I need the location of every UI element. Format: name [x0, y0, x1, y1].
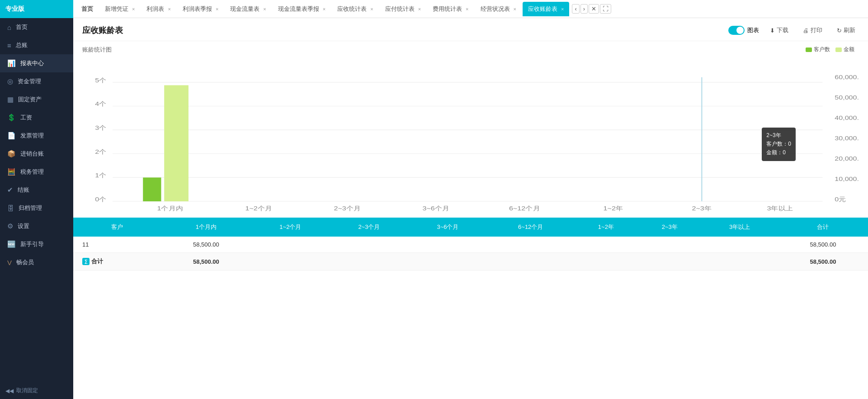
- print-button[interactable]: 🖨 打印: [799, 24, 826, 36]
- chart-toggle[interactable]: 图表: [728, 26, 759, 35]
- sidebar-item-archive[interactable]: 🗄 归档管理: [0, 199, 73, 217]
- sidebar-item-salary[interactable]: 💲 工资: [0, 109, 73, 127]
- close-cashflow[interactable]: ×: [263, 6, 266, 12]
- sidebar-item-sales[interactable]: 📦 进销台账: [0, 145, 73, 163]
- close-profit[interactable]: ×: [168, 6, 170, 12]
- svg-text:20,000.00元: 20,000.00元: [835, 155, 859, 162]
- td-m1: 58,500.00: [161, 237, 251, 253]
- legend-customers: 客户数: [806, 46, 830, 53]
- svg-text:3年以上: 3年以上: [767, 205, 793, 211]
- salary-icon: 💲: [7, 114, 16, 122]
- home-icon: ⌂: [7, 24, 11, 31]
- sidebar-item-member[interactable]: V 畅会员: [0, 253, 73, 271]
- tab-profit-quarterly-label: 利润表季报: [183, 5, 212, 13]
- chart-area: 账龄统计图 客户数 金额 0个 1个 2个 3个 4个: [73, 41, 868, 218]
- sidebar-label-member: 畅会员: [16, 258, 34, 266]
- close-ar-stats[interactable]: ×: [370, 6, 373, 12]
- sidebar-item-guide[interactable]: 🆕 新手引导: [0, 235, 73, 253]
- sidebar-label-ledger: 总账: [16, 41, 28, 49]
- tab-expense-stats[interactable]: 费用统计表 ×: [427, 2, 474, 16]
- sidebar-label-checkout: 结账: [18, 186, 29, 194]
- sidebar-item-checkout[interactable]: ✔ 结账: [0, 181, 73, 199]
- page-actions: 图表 ⬇ 下载 🖨 打印 ↻ 刷新: [728, 24, 859, 36]
- sidebar-item-invoice[interactable]: 📄 发票管理: [0, 127, 73, 145]
- chart-svg: 0个 1个 2个 3个 4个 5个 0元 10,000.00元 20,000.0…: [82, 57, 859, 211]
- page-ar-aging: 应收账龄表 图表 ⬇ 下载 🖨 打印 ↻ 刷新: [73, 18, 868, 399]
- sidebar-label-home: 首页: [16, 23, 28, 31]
- svg-text:50,000.00元: 50,000.00元: [835, 95, 859, 101]
- tab-profit-quarterly[interactable]: 利润表季报 ×: [177, 2, 224, 16]
- svg-text:1个月内: 1个月内: [157, 205, 184, 211]
- close-business-status[interactable]: ×: [514, 6, 516, 12]
- sidebar-item-settings[interactable]: ⚙ 设置: [0, 217, 73, 235]
- svg-text:1~2个月: 1~2个月: [245, 205, 273, 211]
- sidebar-item-assets[interactable]: ▦ 固定资产: [0, 90, 73, 109]
- td-total-m36: [408, 253, 487, 271]
- tab-cashflow-quarterly[interactable]: 现金流量表季报 ×: [273, 2, 331, 16]
- close-ar-aging[interactable]: ×: [561, 6, 564, 12]
- legend-amount-label: 金额: [844, 46, 854, 53]
- close-cashflow-quarterly[interactable]: ×: [323, 6, 326, 12]
- svg-text:10,000.00元: 10,000.00元: [835, 176, 859, 182]
- sidebar-pin-toggle[interactable]: ◀◀ 取消固定: [0, 382, 73, 399]
- sidebar-label-sales: 进销台账: [20, 150, 44, 158]
- td-y12: [574, 237, 638, 253]
- funds-icon: ◎: [7, 77, 13, 86]
- archive-icon: 🗄: [7, 204, 14, 212]
- svg-text:3个: 3个: [95, 124, 106, 131]
- th-y23: 2~3年: [638, 218, 702, 237]
- tab-ar-aging[interactable]: 应收账龄表 ×: [523, 2, 569, 16]
- td-total-m1: 58,500.00: [161, 253, 251, 271]
- sidebar-label-reports: 报表中心: [20, 59, 44, 67]
- sidebar-item-home[interactable]: ⌂ 首页: [0, 18, 73, 36]
- settings-icon: ⚙: [7, 222, 13, 230]
- svg-text:6~12个月: 6~12个月: [509, 205, 540, 211]
- tab-business-status[interactable]: 经营状况表 ×: [475, 2, 522, 16]
- th-m12: 1~2个月: [251, 218, 330, 237]
- tab-cashflow[interactable]: 现金流量表 ×: [225, 2, 271, 16]
- th-m36: 3~6个月: [408, 218, 487, 237]
- sidebar-item-tax[interactable]: 🧮 税务管理: [0, 163, 73, 181]
- tab-profit[interactable]: 利润表 ×: [141, 2, 176, 16]
- close-expense-stats[interactable]: ×: [466, 6, 468, 12]
- svg-text:1~2年: 1~2年: [604, 205, 623, 211]
- page-title: 应收账龄表: [82, 25, 728, 36]
- refresh-icon: ↻: [837, 27, 842, 34]
- close-profit-quarterly[interactable]: ×: [216, 6, 218, 12]
- download-button[interactable]: ⬇ 下载: [766, 24, 792, 36]
- tab-prev-button[interactable]: ‹: [572, 4, 579, 14]
- svg-text:2个: 2个: [95, 148, 106, 155]
- th-y12: 1~2年: [574, 218, 638, 237]
- tab-ar-stats[interactable]: 应收统计表 ×: [332, 2, 378, 16]
- td-y23: [638, 237, 702, 253]
- tab-expand-button[interactable]: ⛶: [600, 4, 611, 14]
- toggle-thumb: [736, 27, 744, 34]
- svg-text:2~3个月: 2~3个月: [334, 205, 361, 211]
- tabbar: 首页 新增凭证 × 利润表 × 利润表季报 × 现金流量表 × 现金流量表季报 …: [73, 0, 868, 18]
- tab-home-label: 首页: [81, 5, 93, 13]
- td-total-y3plus: [702, 253, 778, 271]
- total-label-text: 合计: [91, 257, 103, 266]
- tab-close-all-button[interactable]: ✕: [589, 4, 599, 14]
- toggle-track[interactable]: [728, 26, 745, 35]
- sidebar-item-funds[interactable]: ◎ 资金管理: [0, 72, 73, 90]
- close-ap-stats[interactable]: ×: [418, 6, 421, 12]
- sidebar-item-reports[interactable]: 📊 报表中心: [0, 54, 73, 72]
- invoice-icon: 📄: [7, 132, 16, 140]
- legend-customers-box: [806, 48, 812, 52]
- tab-ap-stats[interactable]: 应付统计表 ×: [380, 2, 426, 16]
- svg-text:1个: 1个: [95, 172, 106, 179]
- download-icon: ⬇: [770, 27, 775, 34]
- close-new-voucher[interactable]: ×: [132, 6, 135, 12]
- th-total: 合计: [778, 218, 868, 237]
- svg-text:40,000.00元: 40,000.00元: [835, 115, 859, 121]
- pin-label: 取消固定: [16, 387, 38, 394]
- td-total-m12: [251, 253, 330, 271]
- sidebar-label-archive: 归档管理: [19, 204, 42, 212]
- td-m12: [251, 237, 330, 253]
- tab-home[interactable]: 首页: [76, 2, 99, 16]
- tab-new-voucher[interactable]: 新增凭证 ×: [99, 2, 140, 16]
- sidebar-item-ledger[interactable]: ≡ 总账: [0, 36, 73, 54]
- refresh-button[interactable]: ↻ 刷新: [833, 24, 859, 36]
- tab-next-button[interactable]: ›: [580, 4, 588, 14]
